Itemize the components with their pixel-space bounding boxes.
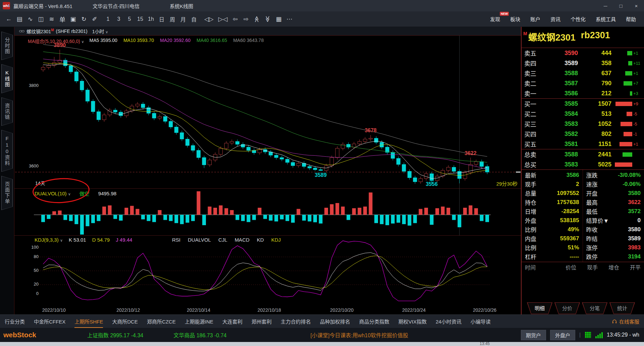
book-price[interactable]: 3589 [541,60,578,67]
quote-tab-分价[interactable]: 分价 [554,302,580,314]
book-price[interactable]: 3588 [541,70,578,77]
period-button-周[interactable]: 周 [167,13,178,25]
stat-row: 涨停3983 [583,243,644,252]
period-button-5[interactable]: 5 [124,13,135,25]
book-price[interactable]: 3581 [541,141,578,148]
menu-item-系统工具[interactable]: 系统工具 [596,15,616,22]
quote-tab-分笔[interactable]: 分笔 [582,302,607,314]
menu-item-帮助[interactable]: 帮助 [626,15,636,22]
book-price[interactable]: 3587 [541,80,578,87]
foreign-account-button[interactable]: 外盘户 [550,330,575,340]
x-axis: 2022/10/102022/10/122022/10/142022/10/18… [14,306,521,314]
refresh-icon[interactable]: ↻ [78,13,89,25]
back-icon[interactable]: ← [3,13,14,25]
multi-day-chart-icon[interactable]: ≋ [46,13,57,25]
page-left-icon[interactable]: ⇦ [230,13,240,25]
period-button-3[interactable]: 3 [113,13,124,25]
exchange-nav-主力合约排名[interactable]: 主力合约排名 [281,315,311,328]
period-button-1h[interactable]: 1h [146,13,156,25]
price-annotation-3556: 3556 [426,181,438,187]
book-price[interactable]: 3590 [541,50,578,57]
book-delta: +9 [633,101,641,106]
book-price[interactable]: 3582 [541,131,578,138]
indicator-shortcut-KD[interactable]: KD [257,237,264,243]
exchange-nav-品种加权排名[interactable]: 品种加权排名 [320,315,350,328]
period-button-15[interactable]: 15 [135,13,146,25]
quote-panel-tabs: 明细分价分笔统计 [522,302,644,314]
menu-item-发现[interactable]: 发现NEW [490,15,500,22]
indicator-shortcut-MACD[interactable]: MACD [235,237,250,243]
scroll-up-icon[interactable]: ≫ [251,13,262,25]
zoom-out-icon[interactable]: ◁▷ [202,13,216,25]
save-layout-icon[interactable]: ▣ [68,13,78,25]
book-price[interactable]: 3588 [541,151,578,158]
split-layout-icon[interactable]: ▦ [273,13,284,25]
indicator-shortcut-KDJ[interactable]: KDJ [271,237,281,243]
indicator-shortcut-RSI[interactable]: RSI [172,237,180,243]
period-button-自[interactable]: 自 [189,13,199,25]
page-right-icon[interactable]: ⇨ [240,13,251,25]
contract-name[interactable]: 螺纹钢2301M [26,28,54,35]
period-selector[interactable]: 1小时 ∨ [92,28,108,35]
period-button-月[interactable]: 月 [178,13,189,25]
book-row: 总卖35882441 [522,149,644,159]
sidebar-tab-F10资料[interactable]: F10资料 [1,130,13,172]
exchange-nav-郑商所CZCE[interactable]: 郑商所CZCE [147,315,176,328]
kdj-dropdown[interactable]: KDJ(9,3,3) ∨ [35,237,63,243]
more-icon[interactable]: ⋯ [284,13,295,25]
quote-list-icon[interactable]: ▤ [14,13,25,25]
sidebar-tab-资讯链[interactable]: 资讯链 [1,97,13,126]
stat-value: 1757638 [557,199,579,206]
order-ticket-icon[interactable]: 单 [57,13,68,25]
sidebar-tab-K线图[interactable]: K线图 [1,64,13,93]
volume-chart-svg[interactable] [14,189,521,236]
menu-item-账户[interactable]: 账户 [530,15,540,22]
exchange-nav-小编导读[interactable]: 小编导读 [471,315,491,328]
indicator-shortcut-DUALVOL[interactable]: DUALVOL [188,237,211,243]
exchange-nav-上期所SHFE[interactable]: 上期所SHFE [74,315,103,328]
exchange-nav-大商所DCE[interactable]: 大商所DCE [112,315,138,328]
indicator-shortcut-CJL[interactable]: CJL [218,237,227,243]
period-button-1[interactable]: 1 [103,13,113,25]
sidebar-tab-分时图[interactable]: 分时图 [1,32,13,60]
quote-tab-明细[interactable]: 明细 [527,302,552,314]
maximize-button[interactable]: □ [613,0,629,11]
stat-row: 开盘3580 [583,189,644,198]
menu-item-资讯[interactable]: 资讯 [550,15,560,22]
exchange-nav-中金所CFFEX[interactable]: 中金所CFFEX [34,315,65,328]
book-price[interactable]: 3585 [541,100,578,107]
close-button[interactable]: × [629,0,644,11]
book-price[interactable]: 3586 [541,90,578,97]
exchange-nav-商品分类指数[interactable]: 商品分类指数 [359,315,389,328]
exchange-nav-上期能源INE[interactable]: 上期能源INE [185,315,213,328]
book-price[interactable]: 3584 [541,110,578,117]
exchange-nav-行业分类[interactable]: 行业分类 [5,315,25,328]
period-button-日[interactable]: 日 [156,13,167,25]
exchange-nav-大连套利[interactable]: 大连套利 [222,315,243,328]
candlestick-chart-svg[interactable] [14,36,521,189]
line-chart-icon[interactable]: ∿ [25,13,36,25]
book-delta-bar [615,102,632,106]
exchange-nav-郑州套利[interactable]: 郑州套利 [252,315,272,328]
menu-item-个性化[interactable]: 个性化 [571,15,586,22]
online-service-button[interactable]: 在线客服 [612,318,639,325]
stat-value: 0 [638,217,641,224]
minimize-button[interactable]: ─ [598,0,613,11]
exchange-nav-24小时资讯[interactable]: 24小时资讯 [436,315,462,328]
book-row: 买二3584513-5 [522,109,644,119]
zoom-in-icon[interactable]: ▷◁ [216,13,230,25]
futures-account-button[interactable]: 期货户 [521,330,546,340]
draw-line-icon[interactable]: ✐ [89,13,100,25]
menu-item-板块[interactable]: 板块 [510,15,520,22]
stat-label: 跌停 [586,252,598,261]
kdj-chart-svg[interactable] [14,236,521,306]
sidebar-tab-页面下单[interactable]: 页面下单 [1,176,13,210]
scroll-down-icon[interactable]: ≫ [262,13,273,25]
candlestick-chart-icon[interactable]: ◫ [36,13,46,25]
exchange-nav-期权VIX指数[interactable]: 期权VIX指数 [398,315,427,328]
news-ticker[interactable]: [小课堂]今日课表:用wh10软件挖掘价值股 [311,331,409,339]
dropdown-arrow-icon[interactable]: ▼ [603,218,609,224]
quote-tab-统计[interactable]: 统计 [609,302,635,314]
book-price[interactable]: 3583 [541,161,578,168]
book-price[interactable]: 3583 [541,120,578,128]
